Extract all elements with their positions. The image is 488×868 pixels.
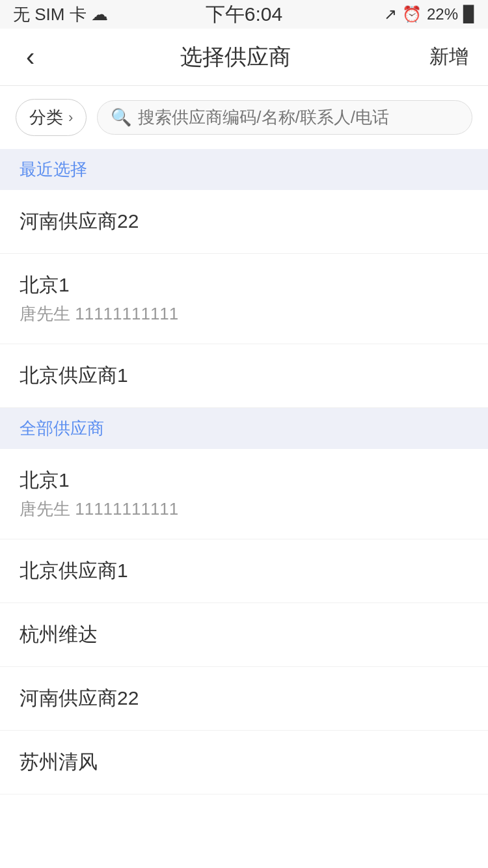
search-input[interactable]: [138, 107, 459, 128]
item-name: 河南供应商22: [20, 208, 468, 235]
alarm-icon: ⏰: [402, 5, 422, 23]
item-name: 苏州清风: [20, 749, 468, 776]
list-item[interactable]: 北京1唐先生 11111111111: [0, 449, 488, 539]
list-item[interactable]: 杭州维达: [0, 603, 488, 667]
status-bar: 无 SIM 卡 ☁ 下午6:04 ↗ ⏰ 22% ▉: [0, 0, 488, 29]
recent-section-header: 最近选择: [0, 149, 488, 190]
filter-bar: 分类 › 🔍: [0, 86, 488, 149]
item-name: 河南供应商22: [20, 685, 468, 712]
list-item[interactable]: 北京1唐先生 11111111111: [0, 254, 488, 344]
item-name: 杭州维达: [20, 621, 468, 648]
item-name: 北京1: [20, 467, 468, 494]
recent-section-title: 最近选择: [20, 159, 87, 179]
list-item[interactable]: 北京供应商1: [0, 344, 488, 408]
battery-text: 22%: [427, 5, 458, 23]
chevron-right-icon: ›: [68, 109, 73, 126]
item-detail: 唐先生 11111111111: [20, 498, 468, 521]
status-time: 下午6:04: [206, 1, 282, 28]
add-button[interactable]: 新增: [429, 44, 468, 70]
category-filter-button[interactable]: 分类 ›: [16, 99, 87, 136]
status-left: 无 SIM 卡 ☁: [13, 3, 108, 26]
item-detail: 唐先生 11111111111: [20, 303, 468, 325]
all-items-list: 北京1唐先生 11111111111北京供应商1杭州维达河南供应商22苏州清风: [0, 449, 488, 794]
list-item[interactable]: 河南供应商22: [0, 667, 488, 731]
list-item[interactable]: 苏州清风: [0, 731, 488, 794]
search-icon: 🔍: [111, 107, 131, 128]
search-box[interactable]: 🔍: [97, 100, 472, 135]
status-right: ↗ ⏰ 22% ▉: [384, 5, 475, 23]
list-item[interactable]: 北京供应商1: [0, 539, 488, 603]
category-label: 分类: [29, 106, 63, 129]
item-name: 北京供应商1: [20, 362, 468, 389]
location-icon: ↗: [384, 5, 397, 23]
item-name: 北京供应商1: [20, 558, 468, 584]
page-title: 选择供应商: [180, 42, 291, 72]
all-section-header: 全部供应商: [0, 408, 488, 449]
list-item[interactable]: 河南供应商22: [0, 190, 488, 254]
all-section-title: 全部供应商: [20, 418, 104, 438]
sim-text: 无 SIM 卡 ☁: [13, 3, 108, 26]
battery-icon: ▉: [463, 5, 475, 23]
item-name: 北京1: [20, 272, 468, 299]
back-button[interactable]: ‹: [20, 36, 41, 78]
nav-bar: ‹ 选择供应商 新增: [0, 29, 488, 86]
recent-items-list: 河南供应商22北京1唐先生 11111111111北京供应商1: [0, 190, 488, 408]
